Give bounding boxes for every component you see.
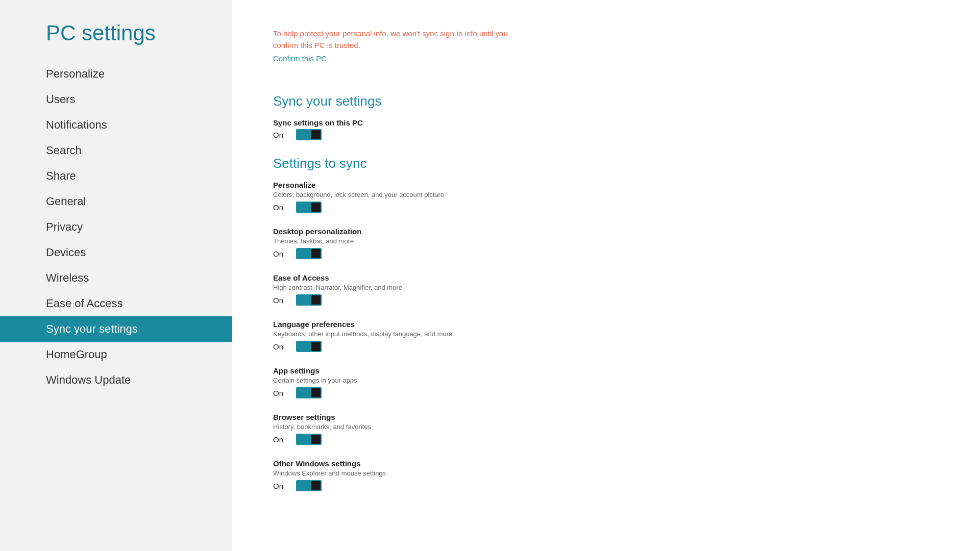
setting-desc-0: Colors, background, lock screen, and you… [273, 191, 939, 198]
setting-label-5: Browser settings [273, 413, 939, 421]
sync-on-pc-status: On [273, 131, 286, 139]
toggle-switch-1[interactable] [296, 248, 322, 259]
sidebar-item-devices[interactable]: Devices [46, 240, 232, 265]
sidebar-item-privacy[interactable]: Privacy [46, 214, 232, 240]
sidebar-item-ease-of-access[interactable]: Ease of Access [46, 291, 232, 316]
toggle-status-4: On [273, 389, 286, 397]
toggle-switch-0[interactable] [296, 202, 322, 213]
setting-desc-2: High contrast, Narrator, Magnifier, and … [273, 284, 939, 291]
toggle-row-6: On [273, 480, 939, 491]
setting-desc-3: Keyboards, other input methods, display … [273, 330, 939, 338]
sidebar-item-users[interactable]: Users [46, 87, 232, 112]
sync-on-pc-label: Sync settings on this PC [273, 118, 939, 127]
toggle-switch-4[interactable] [296, 387, 322, 398]
sidebar-item-search[interactable]: Search [46, 138, 232, 163]
setting-group-3: Language preferencesKeyboards, other inp… [273, 320, 939, 352]
setting-desc-5: History, bookmarks, and favorites [273, 423, 939, 431]
sidebar: PC settings PersonalizeUsersNotification… [0, 0, 232, 551]
toggle-status-0: On [273, 203, 286, 212]
toggle-status-2: On [273, 296, 286, 305]
sidebar-item-homegroup[interactable]: HomeGroup [46, 342, 232, 367]
sync-on-pc-group: Sync settings on this PC On [273, 118, 939, 140]
toggle-switch-2[interactable] [296, 294, 322, 306]
sync-on-pc-toggle-row: On [273, 129, 939, 140]
sidebar-item-sync-your-settings[interactable]: Sync your settings [0, 316, 232, 342]
sidebar-item-personalize[interactable]: Personalize [46, 61, 232, 87]
sidebar-nav: PersonalizeUsersNotificationsSearchShare… [46, 61, 232, 393]
setting-label-4: App settings [273, 366, 939, 375]
sync-section-title: Sync your settings [273, 93, 939, 109]
setting-label-0: Personalize [273, 181, 939, 189]
sidebar-item-share[interactable]: Share [46, 163, 232, 189]
toggle-row-2: On [273, 294, 939, 306]
toggle-status-3: On [273, 342, 286, 351]
settings-to-sync-title: Settings to sync [273, 156, 939, 171]
toggle-switch-6[interactable] [296, 480, 322, 491]
setting-label-2: Ease of Access [273, 273, 939, 282]
sidebar-item-wireless[interactable]: Wireless [46, 265, 232, 291]
setting-group-2: Ease of AccessHigh contrast, Narrator, M… [273, 273, 939, 306]
setting-group-6: Other Windows settingsWindows Explorer a… [273, 459, 939, 491]
toggle-status-6: On [273, 482, 286, 490]
setting-group-1: Desktop personalizationThemes, taskbar, … [273, 227, 939, 259]
sidebar-item-general[interactable]: General [46, 189, 232, 214]
toggle-status-1: On [273, 249, 286, 258]
toggle-row-1: On [273, 248, 939, 259]
sidebar-item-windows-update[interactable]: Windows Update [46, 367, 232, 393]
setting-group-0: PersonalizeColors, background, lock scre… [273, 181, 939, 213]
setting-label-3: Language preferences [273, 320, 939, 329]
toggle-row-4: On [273, 387, 939, 398]
toggle-switch-5[interactable] [296, 434, 322, 445]
confirm-link[interactable]: Confirm this PC [273, 54, 327, 63]
toggle-switch-3[interactable] [296, 341, 322, 352]
warning-text: To help protect your personal info, we w… [273, 28, 508, 51]
setting-group-5: Browser settingsHistory, bookmarks, and … [273, 413, 939, 445]
setting-label-1: Desktop personalization [273, 227, 939, 236]
app-title: PC settings [46, 20, 232, 46]
setting-desc-1: Themes, taskbar, and more [273, 237, 939, 245]
setting-group-4: App settingsCertain settings in your app… [273, 366, 939, 398]
sync-items-container: PersonalizeColors, background, lock scre… [273, 181, 939, 491]
main-content: To help protect your personal info, we w… [232, 0, 980, 551]
sidebar-item-notifications[interactable]: Notifications [46, 112, 232, 138]
setting-desc-4: Certain settings in your apps [273, 377, 939, 384]
setting-label-6: Other Windows settings [273, 459, 939, 468]
toggle-row-0: On [273, 202, 939, 213]
setting-desc-6: Windows Explorer and mouse settings [273, 469, 939, 477]
sync-on-pc-toggle[interactable] [296, 129, 322, 140]
toggle-row-5: On [273, 434, 939, 445]
toggle-status-5: On [273, 435, 286, 444]
toggle-row-3: On [273, 341, 939, 352]
